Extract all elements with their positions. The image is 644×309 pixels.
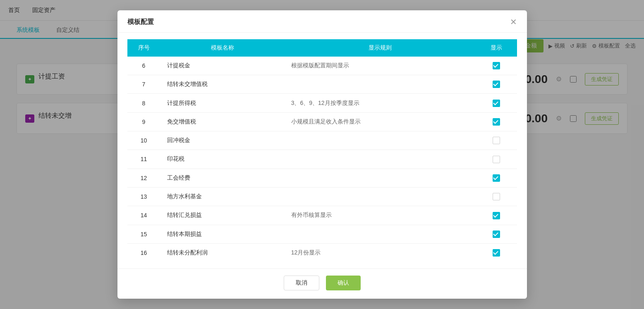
cell-id: 9: [127, 112, 160, 131]
close-button[interactable]: ✕: [510, 18, 517, 26]
cell-id: 16: [127, 243, 160, 262]
cell-checkbox[interactable]: [476, 131, 517, 150]
cell-rule: [285, 131, 476, 150]
cell-name: 计提税金: [160, 57, 285, 75]
cell-id: 15: [127, 225, 160, 243]
cell-rule: 根据模版配置期间显示: [285, 57, 476, 75]
modal-body: 序号 模板名称 显示规则 显示 6计提税金根据模版配置期间显示7结转未交增值税8…: [117, 33, 527, 269]
cell-rule: [285, 225, 476, 243]
cell-checkbox[interactable]: [476, 243, 517, 262]
checkbox-icon[interactable]: [493, 137, 500, 144]
cell-rule: 有外币核算显示: [285, 206, 476, 225]
cell-name: 免交增值税: [160, 112, 285, 131]
cell-name: 回冲税金: [160, 131, 285, 150]
cell-id: 6: [127, 57, 160, 75]
checkbox-icon[interactable]: [493, 193, 500, 200]
checkbox-icon[interactable]: [493, 231, 500, 238]
cell-rule: 12月份显示: [285, 243, 476, 262]
cell-name: 结转未分配利润: [160, 243, 285, 262]
cell-checkbox[interactable]: [476, 75, 517, 94]
cell-id: 12: [127, 169, 160, 187]
cell-checkbox[interactable]: [476, 150, 517, 169]
table-row: 15结转本期损益: [127, 225, 517, 243]
checkbox-icon[interactable]: [493, 118, 500, 126]
cell-rule: [285, 187, 476, 206]
table-row: 8计提所得税3、6、9、12月按季度显示: [127, 94, 517, 112]
table-row: 11印花税: [127, 150, 517, 169]
confirm-button[interactable]: 确认: [326, 276, 361, 290]
col-header-id: 序号: [127, 39, 160, 57]
cell-name: 结转本期损益: [160, 225, 285, 243]
modal-template-config: 模板配置 ✕ 序号 模板名称 显示规则 显示 6计提税金根据模版配置期间显示7结…: [117, 10, 527, 299]
cell-id: 13: [127, 187, 160, 206]
cell-name: 结转汇兑损益: [160, 206, 285, 225]
col-header-display: 显示: [476, 39, 517, 57]
checkbox-icon[interactable]: [493, 81, 500, 88]
checkbox-icon[interactable]: [493, 156, 500, 163]
cell-rule: [285, 75, 476, 94]
table-row: 14结转汇兑损益有外币核算显示: [127, 206, 517, 225]
cell-rule: [285, 150, 476, 169]
table-row: 10回冲税金: [127, 131, 517, 150]
cell-checkbox[interactable]: [476, 187, 517, 206]
cell-rule: 3、6、9、12月按季度显示: [285, 94, 476, 112]
cell-id: 7: [127, 75, 160, 94]
table-row: 7结转未交增值税: [127, 75, 517, 94]
config-table: 序号 模板名称 显示规则 显示 6计提税金根据模版配置期间显示7结转未交增值税8…: [127, 39, 517, 262]
cell-name: 结转未交增值税: [160, 75, 285, 94]
checkbox-icon[interactable]: [493, 249, 500, 257]
cell-checkbox[interactable]: [476, 57, 517, 75]
checkbox-icon[interactable]: [493, 62, 500, 69]
cell-checkbox[interactable]: [476, 206, 517, 225]
cell-id: 14: [127, 206, 160, 225]
modal-title: 模板配置: [127, 18, 154, 26]
cell-checkbox[interactable]: [476, 112, 517, 131]
col-header-name: 模板名称: [160, 39, 285, 57]
modal-overlay: 模板配置 ✕ 序号 模板名称 显示规则 显示 6计提税金根据模版配置期间显示7结…: [0, 0, 644, 309]
cell-checkbox[interactable]: [476, 225, 517, 243]
cell-name: 工会经费: [160, 169, 285, 187]
table-row: 6计提税金根据模版配置期间显示: [127, 57, 517, 75]
table-row: 9免交增值税小规模且满足收入条件显示: [127, 112, 517, 131]
checkbox-icon[interactable]: [493, 212, 500, 219]
cell-rule: [285, 169, 476, 187]
cell-checkbox[interactable]: [476, 94, 517, 112]
table-row: 16结转未分配利润12月份显示: [127, 243, 517, 262]
cell-name: 计提所得税: [160, 94, 285, 112]
cancel-button[interactable]: 取消: [284, 276, 319, 290]
table-row: 13地方水利基金: [127, 187, 517, 206]
cell-id: 10: [127, 131, 160, 150]
cell-rule: 小规模且满足收入条件显示: [285, 112, 476, 131]
cell-checkbox[interactable]: [476, 169, 517, 187]
checkbox-icon[interactable]: [493, 174, 500, 182]
table-row: 12工会经费: [127, 169, 517, 187]
cell-name: 印花税: [160, 150, 285, 169]
cell-name: 地方水利基金: [160, 187, 285, 206]
cell-id: 8: [127, 94, 160, 112]
checkbox-icon[interactable]: [493, 100, 500, 107]
cell-id: 11: [127, 150, 160, 169]
col-header-rule: 显示规则: [285, 39, 476, 57]
